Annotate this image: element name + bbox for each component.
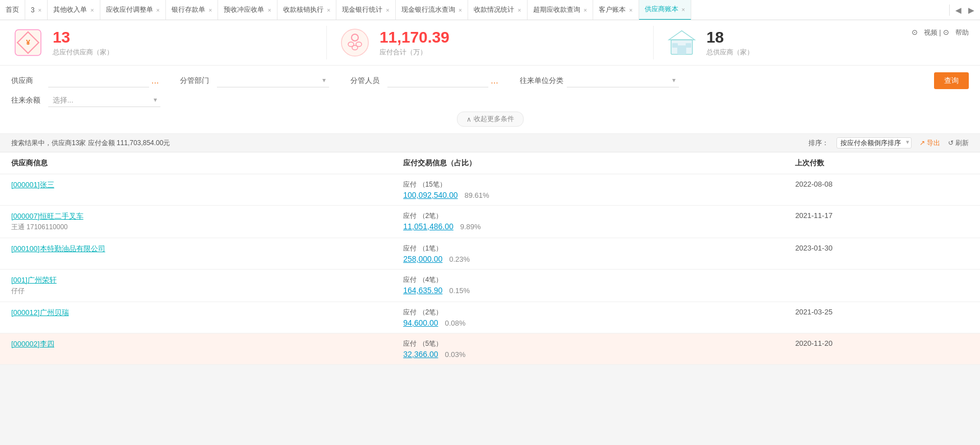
tx-info-cell: 应付 （15笔）100,092,540.0089.61% [392,174,784,206]
dept-select[interactable] [217,74,329,87]
nav-tab-bank-deposit[interactable]: 银行存款单× [166,0,218,20]
col-last-payment: 上次付数 [784,152,980,174]
query-button[interactable]: 查询 [934,72,969,89]
refresh-button[interactable]: ↺ 刷新 [948,138,969,148]
last-payment-cell [784,270,980,302]
nav-tab-customer-ledger[interactable]: 客户账本× [593,0,639,20]
nav-tab-supplier-ledger[interactable]: 供应商账本× [639,0,691,20]
nav-tab-ar-ap-adjust[interactable]: 应收应付调整单× [100,0,166,20]
person-label: 分管人员 [350,76,384,86]
close-tab-other-income[interactable]: × [90,7,94,13]
supplier-link[interactable]: [001]广州荣轩 [11,276,57,284]
dept-label: 分管部门 [180,76,214,86]
nav-tab-tab3[interactable]: 3× [25,0,48,20]
nav-tab-other-income[interactable]: 其他收入单× [48,0,100,20]
tx-info-cell: 应付 （5笔）32,366.000.03% [392,333,784,365]
supplier-link[interactable]: [000001]张三 [11,180,54,189]
payable-amount-label: 应付合计（万） [380,48,450,57]
tx-amount[interactable]: 32,366.00 [403,350,438,359]
table-header: 供应商信息 应付交易信息（占比） 上次付数 [0,152,980,174]
balance-select[interactable]: 选择... [48,94,160,107]
tx-info-cell: 应付 （2笔）94,600.000.08% [392,302,784,333]
collapse-button[interactable]: 收起更多条件 [457,112,524,127]
col-supplier-info: 供应商信息 [0,152,392,174]
total-suppliers-text: 18 总供应商（家） [706,28,754,58]
nav-tab-receipt-stat[interactable]: 收款情况统计× [468,0,527,20]
supplier-link[interactable]: [000012]广州贝瑞 [11,308,69,317]
results-right: 排序： 按应付余额倒序排序 ↗ 导出 ↺ 刷新 [808,137,969,149]
close-tab-supplier-ledger[interactable]: × [682,6,685,13]
summary-item-payable-amount: 11,170.39 应付合计（万） [338,26,642,59]
circle-help-icon: ⊙ [943,28,949,36]
summary-item-payable-suppliers: ¥ 13 总应付供应商（家） [11,26,315,59]
nav-tab-overdue-ar[interactable]: 超期应收款查询× [528,0,593,20]
close-tab-ar-ap-adjust[interactable]: × [156,7,160,13]
table-row: [000100]本特勤油品有限公司应付 （1笔）258,000.000.23%2… [0,238,980,270]
close-tab-overdue-ar[interactable]: × [584,7,587,13]
help-link[interactable]: 帮助 [955,29,969,36]
table-row: [000001]张三应付 （15笔）100,092,540.0089.61%20… [0,174,980,206]
export-icon: ↗ [919,139,925,147]
close-tab-receipt-stat[interactable]: × [517,7,521,13]
svg-marker-8 [669,31,695,40]
tx-amount[interactable]: 11,051,486.00 [403,222,454,231]
supplier-sub-info: 王通 17106110000 [11,222,381,232]
tx-info-cell: 应付 （1笔）258,000.000.23% [392,238,784,270]
sort-select[interactable]: 按应付余额倒序排序 [836,137,912,149]
nav-tab-cash-bank-stat[interactable]: 现金银行统计× [336,0,395,20]
tx-amount[interactable]: 164,635.90 [403,286,442,295]
nav-tab-advance-ar[interactable]: 预收冲应收单× [218,0,277,20]
supplier-ellipsis[interactable]: ... [151,76,159,86]
payable-amount-icon [338,26,372,59]
tx-amount[interactable]: 258,000.00 [403,254,442,263]
close-tab-bank-deposit[interactable]: × [209,7,212,13]
last-payment-cell: 2020-11-20 [784,333,980,365]
export-label: 导出 [927,138,940,148]
refresh-label: 刷新 [955,138,969,148]
nav-tab-cash-bank-flow[interactable]: 现金银行流水查询× [396,0,468,20]
video-link[interactable]: 视频 [924,29,937,36]
close-tab-cash-bank-stat[interactable]: × [386,7,389,13]
table-row: [000002]李四应付 （5笔）32,366.000.03%2020-11-2… [0,333,980,365]
payable-amount-text: 11,170.39 应付合计（万） [380,28,450,58]
close-tab-tab3[interactable]: × [38,7,41,13]
export-button[interactable]: ↗ 导出 [919,138,940,148]
summary-divider-2 [653,26,654,59]
svg-rect-9 [677,45,686,54]
last-payment-cell: 2022-08-08 [784,174,980,206]
tx-amount[interactable]: 94,600.00 [403,318,438,327]
supplier-sub-info: 仔仔 [11,286,381,296]
close-tab-customer-ledger[interactable]: × [629,7,632,13]
total-suppliers-icon [665,26,699,59]
close-tab-cash-bank-flow[interactable]: × [459,7,462,13]
close-tab-advance-ar[interactable]: × [267,7,271,13]
nav-left-arrow[interactable]: ◀ [952,4,965,16]
circle-video-icon: ⊙ [912,28,918,36]
table-row: [001]广州荣轩仔仔应付 （4笔）164,635.900.15% [0,270,980,302]
tx-percent: 89.61% [465,191,489,200]
nav-tab-receipt-verify[interactable]: 收款核销执行× [278,0,336,20]
dept-select-wrap [217,74,329,87]
supplier-link[interactable]: [000002]李四 [11,340,54,348]
payable-suppliers-icon: ¥ [11,26,45,59]
close-tab-receipt-verify[interactable]: × [327,7,330,13]
collapse-btn-wrap: 收起更多条件 [11,112,969,127]
nav-tab-home[interactable]: 首页 [0,0,25,20]
payable-suppliers-text: 13 总应付供应商（家） [53,28,113,58]
category-select[interactable] [567,74,679,87]
supplier-link[interactable]: [000007]恒旺二手叉车 [11,212,84,220]
svg-text:¥: ¥ [26,38,30,47]
nav-right-arrow[interactable]: ▶ [965,4,978,16]
total-suppliers-value: 18 [706,28,754,47]
supplier-info-cell: [001]广州荣轩仔仔 [0,270,392,302]
tx-info-cell: 应付 （4笔）164,635.900.15% [392,270,784,302]
person-ellipsis[interactable]: ... [491,76,498,86]
supplier-input[interactable] [48,74,149,87]
filter-category: 往来单位分类 [520,74,679,87]
tx-amount[interactable]: 100,092,540.00 [403,191,457,200]
person-input[interactable] [387,74,488,87]
supplier-link[interactable]: [000100]本特勤油品有限公司 [11,244,105,253]
tx-count: 应付 （15笔） [403,180,773,189]
balance-select-wrap: 选择... [48,94,160,107]
table-body: [000001]张三应付 （15笔）100,092,540.0089.61%20… [0,174,980,365]
